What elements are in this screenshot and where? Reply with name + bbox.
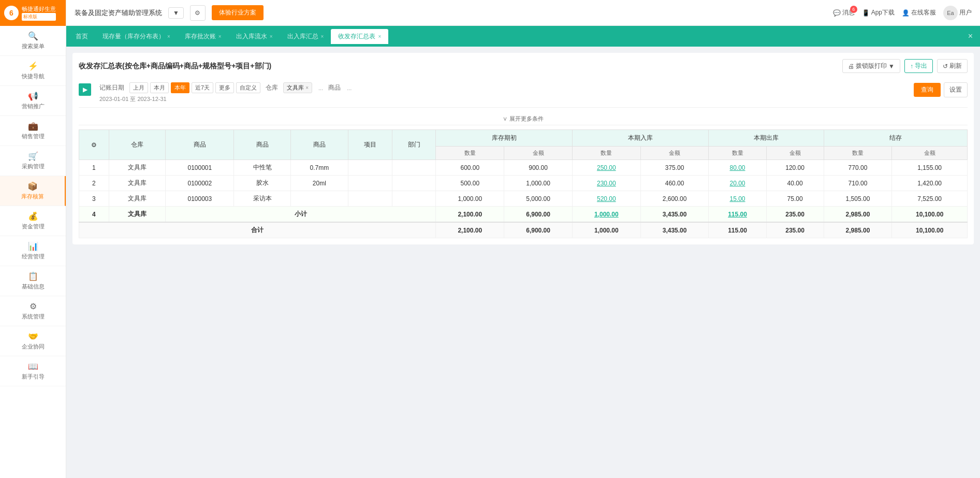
inventory-icon: 📦 bbox=[27, 181, 38, 191]
subtotal-out-qty[interactable]: 115.00 bbox=[709, 207, 766, 223]
tab-label: 现存量（库存分布表） bbox=[103, 32, 165, 41]
app-download-button[interactable]: 📱 App下载 bbox=[862, 8, 895, 17]
goods-more[interactable]: ... bbox=[347, 85, 352, 91]
row-out-qty[interactable]: 80.00 bbox=[709, 160, 766, 176]
tab-home[interactable]: 首页 bbox=[68, 29, 95, 44]
row-in-qty[interactable]: 250.00 bbox=[572, 160, 640, 176]
sidebar-item-label: 新手引导 bbox=[22, 373, 45, 381]
sidebar-item-purchase[interactable]: 🛒 采购管理 bbox=[0, 146, 66, 176]
expand-more-button[interactable]: ∨ 展开更多条件 bbox=[503, 115, 543, 122]
col-settings-header[interactable]: ⚙ bbox=[79, 130, 109, 160]
tab-inventory-dist[interactable]: 现存量（库存分布表） × bbox=[95, 29, 178, 44]
col-goods-name: 商品 bbox=[234, 130, 291, 160]
user-menu[interactable]: Ea 用户 bbox=[943, 6, 972, 20]
sidebar-item-system[interactable]: ⚙ 系统管理 bbox=[0, 296, 66, 326]
topbar-settings-button[interactable]: ⚙ bbox=[190, 5, 206, 21]
row-warehouse: 文具库 bbox=[109, 176, 166, 191]
topbar-right: 💬 消息 6 📱 App下载 👤 在线客服 Ea 用户 bbox=[833, 6, 972, 20]
date-btn-last-month[interactable]: 上月 bbox=[129, 82, 148, 93]
tab-close-icon[interactable]: × bbox=[378, 34, 381, 39]
sidebar-item-label: 基础信息 bbox=[22, 283, 45, 291]
date-shortcuts: 上月 本月 本年 近7天 更多 自定义 bbox=[129, 82, 260, 93]
warehouse-filter-label: 仓库 bbox=[266, 83, 278, 92]
row-goods: 采访本 bbox=[234, 191, 291, 207]
total-in-qty: 1,000.00 bbox=[572, 222, 640, 238]
online-service-button[interactable]: 👤 在线客服 bbox=[902, 8, 936, 17]
sidebar-item-search[interactable]: 🔍 搜索菜单 bbox=[0, 26, 66, 56]
tab-flow[interactable]: 出入库流水 × bbox=[229, 29, 280, 44]
total-in-amt: 3,435.00 bbox=[640, 222, 709, 238]
row-out-qty[interactable]: 15.00 bbox=[709, 191, 766, 207]
sidebar-item-inventory[interactable]: 📦 库存核算 bbox=[0, 176, 66, 206]
row-in-amt: 375.00 bbox=[640, 160, 709, 176]
row-out-amt: 75.00 bbox=[766, 191, 824, 207]
subtotal-in-qty[interactable]: 1,000.00 bbox=[572, 207, 640, 223]
basic-icon: 📋 bbox=[28, 271, 38, 281]
date-btn-this-month[interactable]: 本月 bbox=[150, 82, 169, 93]
total-label: 合计 bbox=[79, 222, 436, 238]
warehouse-tag-remove[interactable]: × bbox=[305, 85, 309, 91]
logo-text: 畅捷通好生意 bbox=[22, 5, 56, 12]
sidebar-item-finance[interactable]: 💰 资金管理 bbox=[0, 206, 66, 236]
row-in-qty[interactable]: 520.00 bbox=[572, 191, 640, 207]
service-icon: 👤 bbox=[902, 9, 910, 17]
date-btn-this-year[interactable]: 本年 bbox=[171, 82, 189, 93]
tab-close-icon[interactable]: × bbox=[167, 34, 170, 39]
tab-receive-send[interactable]: 收发存汇总表 × bbox=[331, 29, 388, 44]
print-button[interactable]: 🖨 拨锁版打印 ▼ bbox=[842, 59, 900, 73]
tab-close-icon[interactable]: × bbox=[270, 34, 273, 39]
sidebar-item-label: 库存核算 bbox=[21, 193, 44, 200]
sidebar: 6 畅捷通好生意 标准版 🔍 搜索菜单 ⚡ 快捷导航 📢 营销推广 💼 bbox=[0, 0, 66, 478]
date-btn-more[interactable]: 更多 bbox=[215, 82, 234, 93]
sidebar-item-operation[interactable]: 📊 经营管理 bbox=[0, 236, 66, 266]
message-button[interactable]: 💬 消息 6 bbox=[833, 8, 855, 17]
row-in-amt: 2,600.00 bbox=[640, 191, 709, 207]
sidebar-item-basic[interactable]: 📋 基础信息 bbox=[0, 266, 66, 296]
sidebar-item-label: 快捷导航 bbox=[22, 73, 45, 80]
table-row: 2 文具库 0100002 胶水 20ml 500.00 1,000.00 23… bbox=[79, 176, 968, 191]
sidebar-item-sales[interactable]: 💼 销售管理 bbox=[0, 116, 66, 146]
row-close-qty: 1,505.00 bbox=[824, 191, 892, 207]
page-title: 收发存汇总表(按仓库+商品编码+商品+规格型号+项目+部门) bbox=[79, 62, 271, 71]
row-goods: 中性笔 bbox=[234, 160, 291, 176]
row-dept bbox=[392, 191, 436, 207]
sidebar-item-label: 经营管理 bbox=[22, 253, 45, 260]
goods-filter-label: 商品 bbox=[328, 83, 341, 92]
col-open-qty: 数量 bbox=[436, 147, 504, 160]
refresh-button[interactable]: ↺ 刷新 bbox=[937, 59, 968, 73]
sidebar-logo: 6 畅捷通好生意 标准版 bbox=[0, 0, 66, 26]
system-dropdown[interactable]: ▼ bbox=[168, 7, 184, 19]
row-in-qty[interactable]: 230.00 bbox=[572, 176, 640, 191]
date-btn-7days[interactable]: 近7天 bbox=[192, 82, 213, 93]
tab-close-icon[interactable]: × bbox=[218, 34, 222, 39]
filter-expand-button[interactable]: ▶ bbox=[79, 83, 91, 96]
printer-icon: 🖨 bbox=[848, 63, 854, 70]
row-close-qty: 770.00 bbox=[824, 160, 892, 176]
avatar: Ea bbox=[943, 6, 958, 20]
export-button[interactable]: ↑ 导出 bbox=[904, 59, 933, 73]
query-button[interactable]: 查询 bbox=[914, 83, 941, 97]
sidebar-item-quicknav[interactable]: ⚡ 快捷导航 bbox=[0, 56, 66, 86]
row-close-amt: 1,155.00 bbox=[892, 160, 968, 176]
sidebar-item-label: 搜索菜单 bbox=[22, 42, 45, 50]
try-industry-button[interactable]: 体验行业方案 bbox=[212, 5, 264, 20]
tab-close-icon[interactable]: × bbox=[321, 34, 324, 39]
filter-settings-button[interactable]: 设置 bbox=[944, 82, 968, 97]
sidebar-item-marketing[interactable]: 📢 营销推广 bbox=[0, 86, 66, 116]
header-actions: 🖨 拨锁版打印 ▼ ↑ 导出 ↺ 刷新 bbox=[842, 59, 968, 73]
tab-summary[interactable]: 出入库汇总 × bbox=[280, 29, 331, 44]
marketing-icon: 📢 bbox=[28, 91, 38, 101]
sidebar-item-enterprise[interactable]: 🤝 企业协同 bbox=[0, 326, 66, 356]
tabs-close-all-button[interactable]: × bbox=[963, 32, 978, 41]
tab-batch[interactable]: 库存批次账 × bbox=[178, 29, 229, 44]
date-label: 记账日期 bbox=[99, 83, 124, 92]
date-btn-custom[interactable]: 自定义 bbox=[236, 82, 260, 93]
warehouse-more[interactable]: ... bbox=[318, 85, 323, 91]
sidebar-item-label: 销售管理 bbox=[22, 133, 45, 140]
col-close-qty: 数量 bbox=[824, 147, 892, 160]
row-out-qty[interactable]: 20.00 bbox=[709, 176, 766, 191]
row-close-amt: 1,420.00 bbox=[892, 176, 968, 191]
table-row: 1 文具库 0100001 中性笔 0.7mm 600.00 900.00 25… bbox=[79, 160, 968, 176]
sidebar-item-guide[interactable]: 📖 新手引导 bbox=[0, 356, 66, 386]
col-group-open: 库存期初 bbox=[436, 130, 573, 147]
